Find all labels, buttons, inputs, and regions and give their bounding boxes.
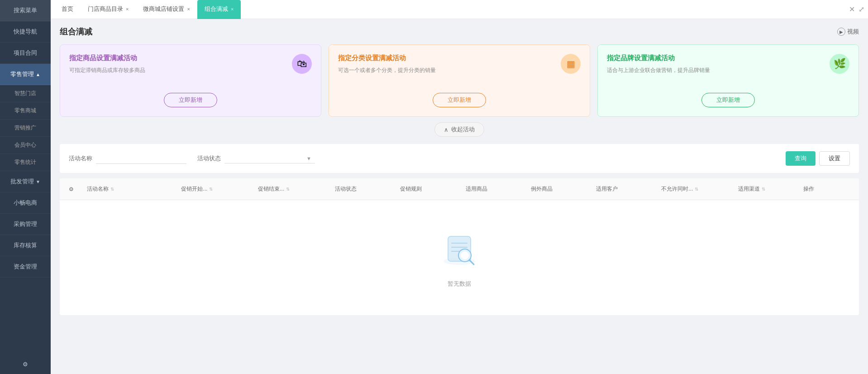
empty-illustration (437, 227, 482, 273)
sidebar-item-smartstore[interactable]: 智慧门店 (0, 85, 51, 102)
category-card-icon: ▦ (561, 54, 581, 74)
main-area: 首页 门店商品目录 × 微商城店铺设置 × 组合满减 × ✕ ⤢ 组合满减 ▶ … (51, 0, 868, 374)
sidebar-item-retail[interactable]: 零售管理 ▲ (0, 64, 51, 85)
sidebar-item-inventory[interactable]: 库存核算 (0, 235, 51, 256)
th-name[interactable]: 活动名称 ⇅ (83, 180, 177, 198)
tab-shop-settings-label: 微商城店铺设置 (143, 5, 184, 13)
collapse-bar: ∧ 收起活动 (60, 122, 859, 137)
th-end[interactable]: 促销结束... ⇅ (254, 180, 331, 198)
sidebar-item-retailstat[interactable]: 零售统计 (0, 154, 51, 171)
filter-name-input[interactable] (96, 153, 186, 164)
chevron-up-icon: ▲ (36, 72, 40, 77)
sort-icon: ⇅ (695, 187, 698, 192)
th-status-label: 活动状态 (335, 185, 357, 193)
th-status: 活动状态 (331, 180, 396, 198)
tab-product-catalog-label: 门店商品目录 (88, 5, 123, 13)
tab-bar-actions: ✕ ⤢ (849, 5, 864, 14)
tab-home[interactable]: 首页 (54, 0, 81, 19)
svg-point-7 (461, 251, 469, 259)
sidebar-item-label: 营销推广 (14, 125, 36, 131)
th-rule-label: 促销规则 (400, 185, 422, 193)
filter-actions: 查询 设置 (786, 151, 850, 166)
chevron-down-icon: ▼ (36, 179, 40, 184)
th-action-label: 操作 (803, 185, 814, 193)
th-product: 适用商品 (462, 180, 527, 198)
tab-bar: 首页 门店商品目录 × 微商城店铺设置 × 组合满减 × ✕ ⤢ (51, 0, 868, 19)
sort-icon: ⇅ (209, 187, 213, 192)
sidebar-item-retailmall[interactable]: 零售商城 (0, 102, 51, 120)
page-header: 组合满减 ▶ 视频 (60, 26, 859, 37)
table-header: ⚙ 活动名称 ⇅ 促销开始... ⇅ 促销结束... ⇅ 活动状态 (60, 178, 859, 200)
th-name-label: 活动名称 (87, 185, 109, 193)
activity-card-brand: 🌿 指定品牌设置满减活动 适合与上游企业联合做营销，提升品牌销量 立即新增 (597, 44, 859, 117)
tab-combo-discount-close[interactable]: × (231, 6, 234, 12)
query-button[interactable]: 查询 (786, 151, 816, 166)
category-card-add-button[interactable]: 立即新增 (433, 93, 486, 107)
brand-card-add-button[interactable]: 立即新增 (701, 93, 755, 107)
activity-card-product: 🛍 指定商品设置满减活动 可指定滞销商品或库存较多商品 立即新增 (60, 44, 321, 117)
brand-card-icon: 🌿 (830, 54, 849, 74)
category-card-desc: 可选一个或者多个分类，提升分类的销量 (338, 66, 581, 86)
brand-card-title: 指定品牌设置满减活动 (607, 54, 849, 62)
filter-name-field: 活动名称 (69, 153, 186, 164)
sidebar-item-label: 项目合同 (14, 49, 37, 56)
th-concurrent[interactable]: 不允许同时... ⇅ (658, 180, 734, 198)
sidebar-item-finance[interactable]: 资金管理 (0, 256, 51, 278)
tab-product-catalog-close[interactable]: × (126, 6, 129, 12)
category-card-title: 指定分类设置满减活动 (338, 54, 581, 62)
tab-product-catalog[interactable]: 门店商品目录 × (81, 0, 136, 19)
gear-icon: ⚙ (69, 186, 74, 192)
sidebar-item-quicknav[interactable]: 快捷导航 (0, 21, 51, 43)
collapse-button[interactable]: ∧ 收起活动 (434, 122, 484, 137)
brand-card-desc: 适合与上游企业联合做营销，提升品牌销量 (607, 66, 849, 86)
product-card-icon: 🛍 (292, 54, 312, 74)
product-card-title: 指定商品设置满减活动 (69, 54, 312, 62)
product-card-desc: 可指定滞销商品或库存较多商品 (69, 66, 312, 86)
th-except-label: 例外商品 (531, 185, 553, 193)
sort-icon: ⇅ (286, 187, 290, 192)
sidebar-item-member[interactable]: 会员中心 (0, 137, 51, 154)
empty-state: 暂无数据 (60, 200, 859, 315)
sidebar-item-label: 零售商城 (14, 107, 36, 114)
settings-button[interactable]: 设置 (819, 151, 850, 166)
filter-name-label: 活动名称 (69, 154, 92, 163)
filter-status-field: 活动状态 ▼ (197, 154, 315, 163)
tab-shop-settings-close[interactable]: × (187, 6, 190, 12)
th-start[interactable]: 促销开始... ⇅ (177, 180, 254, 198)
sidebar-item-purchase[interactable]: 采购管理 (0, 214, 51, 235)
sort-icon: ⇅ (762, 187, 765, 192)
window-close-icon[interactable]: ✕ (849, 5, 855, 14)
sidebar-item-label: 资金管理 (14, 263, 37, 270)
th-channel[interactable]: 适用渠道 ⇅ (734, 180, 800, 198)
th-concurrent-label: 不允许同时... (661, 185, 693, 193)
tab-combo-discount-label: 组合满减 (205, 5, 228, 13)
tab-combo-discount[interactable]: 组合满减 × (197, 0, 241, 19)
activity-cards: 🛍 指定商品设置满减活动 可指定滞销商品或库存较多商品 立即新增 ▦ 指定分类设… (60, 44, 859, 117)
sidebar-item-wholesale[interactable]: 批发管理 ▼ (0, 171, 51, 192)
filter-status-select[interactable]: ▼ (224, 154, 315, 163)
empty-text: 暂无数据 (448, 280, 471, 288)
th-except: 例外商品 (527, 180, 592, 198)
sidebar-item-label: 库存核算 (14, 242, 37, 249)
sidebar-item-marketing[interactable]: 营销推广 (0, 120, 51, 137)
sidebar-item-project[interactable]: 项目合同 (0, 43, 51, 64)
window-expand-icon[interactable]: ⤢ (858, 5, 864, 14)
tab-shop-settings[interactable]: 微商城店铺设置 × (136, 0, 197, 19)
th-gear[interactable]: ⚙ (65, 181, 83, 198)
page-title: 组合满减 (60, 26, 92, 37)
filter-status-label: 活动状态 (197, 154, 221, 163)
sidebar-item-ecommerce[interactable]: 小畅电商 (0, 192, 51, 214)
th-action: 操作 (800, 180, 854, 198)
chevron-down-icon: ▼ (306, 156, 311, 161)
sidebar-item-search[interactable]: 搜索菜单 (0, 0, 51, 21)
sidebar-item-label: 快捷导航 (14, 28, 37, 35)
sidebar-item-label: 会员中心 (14, 142, 36, 148)
settings-icon[interactable]: ⚙ (0, 355, 51, 374)
th-customer: 适用客户 (592, 180, 658, 198)
content-area: 组合满减 ▶ 视频 🛍 指定商品设置满减活动 可指定滞销商品或库存较多商品 立即… (51, 19, 868, 374)
product-card-add-button[interactable]: 立即新增 (164, 93, 217, 107)
video-link[interactable]: ▶ 视频 (837, 28, 859, 36)
th-customer-label: 适用客户 (596, 185, 618, 193)
collapse-label: 收起活动 (451, 125, 475, 134)
th-channel-label: 适用渠道 (738, 185, 760, 193)
